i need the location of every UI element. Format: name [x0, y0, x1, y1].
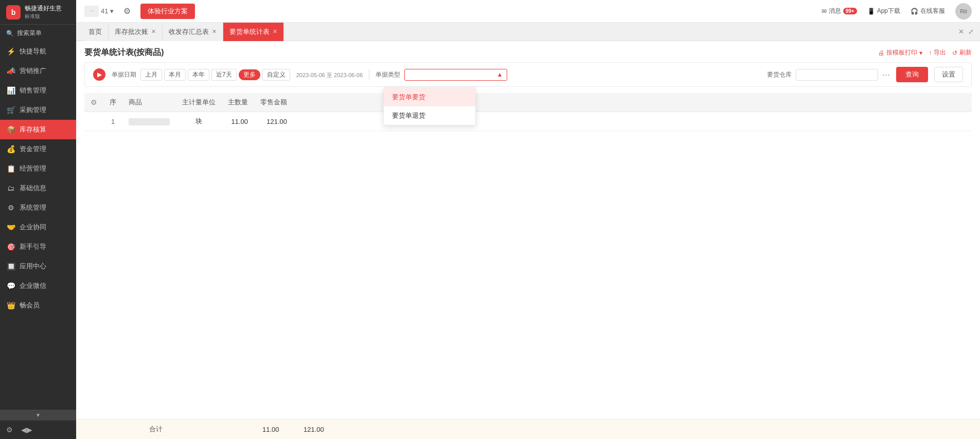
app-download-action[interactable]: 📱 App下载 [867, 7, 900, 15]
type-dropdown: 要货单要货 要货单退货 [383, 87, 476, 125]
print-chevron-icon: ▾ [919, 49, 922, 57]
nav-label-sales: 销售管理 [20, 86, 46, 95]
settings-icon[interactable]: ⚙ [6, 426, 13, 434]
store-number: 41 [101, 7, 108, 15]
logo-icon: b [6, 5, 21, 20]
sidebar-item-marketing[interactable]: 📣营销推广 [0, 61, 76, 81]
sidebar-item-sales[interactable]: 📊销售管理 [0, 81, 76, 100]
nav-icon-enterprise: 🤝 [6, 223, 15, 231]
print-button[interactable]: 🖨 按模板打印 ▾ [878, 48, 922, 57]
sidebar-item-system[interactable]: ⚙系统管理 [0, 198, 76, 217]
type-input[interactable] [409, 71, 496, 79]
dropdown-item-order-return[interactable]: 要货单退货 [384, 106, 475, 125]
this-year-btn[interactable]: 本年 [188, 69, 209, 81]
last-7-days-btn[interactable]: 近7天 [211, 69, 237, 81]
warehouse-input[interactable] [796, 69, 878, 81]
sidebar-item-basic-info[interactable]: 🗂基础信息 [0, 178, 76, 198]
user-avatar[interactable]: Rit [955, 3, 972, 20]
app-download-icon: 📱 [867, 8, 875, 15]
last-month-btn[interactable]: 上月 [140, 69, 162, 81]
tab-home[interactable]: 首页 [82, 23, 109, 41]
nav-label-system: 系统管理 [20, 203, 46, 212]
col-settings-icon[interactable]: ⚙ [91, 98, 97, 106]
header-gear-button[interactable]: ⚙ [120, 4, 134, 19]
sidebar-item-enterprise[interactable]: 🤝企业协同 [0, 217, 76, 237]
this-month-btn[interactable]: 本月 [164, 69, 186, 81]
sidebar-item-app-center[interactable]: 🔲应用中心 [0, 257, 76, 276]
date-filter-label: 单据日期 [112, 70, 136, 79]
page-title-bar: 要货单统计表(按商品) 🖨 按模板打印 ▾ ↑ 导出 ↺ 刷新 [76, 41, 980, 62]
tab-close-receipt-summary[interactable]: ✕ [212, 28, 217, 35]
col-amount-header: 零售金额 [254, 93, 293, 112]
nav-icon-system: ⚙ [6, 204, 15, 212]
sidebar-item-inventory[interactable]: 📦库存核算 [0, 120, 76, 139]
sidebar-item-operations[interactable]: 📋经营管理 [0, 159, 76, 178]
sidebar-scroll-down[interactable]: ▼ [0, 410, 76, 420]
sidebar-item-beginner[interactable]: 🎯新手引导 [0, 237, 76, 257]
sidebar-item-membership[interactable]: 👑畅会员 [0, 296, 76, 315]
toggle-sidebar-icon[interactable]: ◀▶ [21, 426, 32, 434]
cell-num-0: 1 [103, 112, 122, 131]
trial-button[interactable]: 体验行业方案 [140, 4, 195, 19]
refresh-button[interactable]: ↺ 刷新 [952, 48, 972, 57]
col-quantity-header: 主数量 [222, 93, 254, 112]
nav-label-app-center: 应用中心 [20, 262, 46, 271]
online-service-action[interactable]: 🎧 在线客服 [911, 7, 945, 15]
search-icon: 🔍 [6, 30, 14, 37]
nav-icon-inventory: 📦 [6, 125, 15, 134]
tab-batch-account[interactable]: 库存批次账 ✕ [109, 23, 163, 41]
nav-icon-basic-info: 🗂 [6, 184, 15, 192]
footer-quantity: 11.00 [262, 426, 304, 433]
nav-label-membership: 畅会员 [20, 301, 40, 310]
page-title: 要货单统计表(按商品) [84, 47, 164, 58]
sidebar-item-finance[interactable]: 💰资金管理 [0, 139, 76, 159]
cell-product-0 [122, 112, 176, 131]
avatar-text: Rit [960, 8, 967, 14]
nav-icon-purchase: 🛒 [6, 106, 15, 114]
cell-settings-0 [84, 112, 103, 131]
tab-close-order-summary[interactable]: ✕ [273, 28, 277, 35]
window-expand-icon[interactable]: ⤢ [968, 28, 974, 35]
tab-order-summary[interactable]: 要货单统计表 ✕ [223, 23, 284, 41]
nav-label-marketing: 营销推广 [20, 66, 46, 76]
tab-close-batch-account[interactable]: ✕ [151, 28, 156, 35]
more-btn[interactable]: 更多 [239, 69, 260, 80]
tab-receipt-summary[interactable]: 收发存汇总表 ✕ [163, 23, 223, 41]
app-title: 畅捷通好生意 [25, 5, 62, 13]
sidebar-item-quick-nav[interactable]: ⚡快捷导航 [0, 42, 76, 61]
nav-label-wechat: 企业微信 [20, 281, 46, 290]
type-chevron-icon[interactable]: ▲ [496, 71, 503, 78]
nav-icon-operations: 📋 [6, 164, 15, 173]
nav-label-enterprise: 企业协同 [20, 223, 46, 232]
footer-total-label: 合计 [129, 425, 170, 434]
settings-button[interactable]: 设置 [934, 67, 963, 82]
sidebar-item-purchase[interactable]: 🛒采购管理 [0, 100, 76, 120]
sidebar-item-wechat[interactable]: 💬企业微信 [0, 276, 76, 296]
query-button[interactable]: 查询 [896, 67, 928, 82]
tab-label-receipt-summary: 收发存汇总表 [169, 27, 209, 36]
export-button[interactable]: ↑ 导出 [929, 48, 946, 57]
refresh-label: 刷新 [959, 48, 972, 57]
nav-icon-marketing: 📣 [6, 67, 15, 75]
tab-bar: 首页库存批次账 ✕收发存汇总表 ✕要货单统计表 ✕ ✕ ⤢ [76, 23, 980, 41]
table-row: 1 块 11.00 121.00 [84, 112, 972, 131]
col-unit-header: 主计量单位 [176, 93, 222, 112]
messages-action[interactable]: ✉ 消息 99+ [822, 7, 857, 15]
dropdown-item-order-purchase[interactable]: 要货单要货 [384, 88, 475, 106]
filter-expand-button[interactable]: ▶ [93, 68, 105, 81]
custom-btn[interactable]: 自定义 [262, 69, 290, 81]
window-close-icon[interactable]: ✕ [958, 28, 964, 35]
more-filter-icon[interactable]: ··· [882, 69, 890, 80]
message-icon: ✉ [822, 8, 827, 15]
nav-label-quick-nav: 快捷导航 [20, 47, 46, 56]
sidebar-bottom: ⚙ ◀▶ [0, 420, 76, 439]
table-wrap: ⚙ 序 商品 主计量单位 主数量 零售金额 1 块 11.00 121.00 [76, 87, 980, 419]
cell-unit-0: 块 [176, 112, 222, 131]
col-settings-header[interactable]: ⚙ [84, 93, 103, 112]
main-area: ··· 41 ▾ ⚙ 体验行业方案 ✉ 消息 99+ 📱 App下载 🎧 在线客… [76, 0, 980, 439]
app-download-label: App下载 [877, 7, 900, 15]
store-selector[interactable]: ··· 41 ▾ [84, 6, 114, 17]
sidebar-search[interactable]: 🔍 搜索菜单 [0, 25, 76, 42]
nav-label-beginner: 新手引导 [20, 242, 46, 251]
sidebar: b 畅捷通好生意 标准版 🔍 搜索菜单 ⚡快捷导航📣营销推广📊销售管理🛒采购管理… [0, 0, 76, 439]
